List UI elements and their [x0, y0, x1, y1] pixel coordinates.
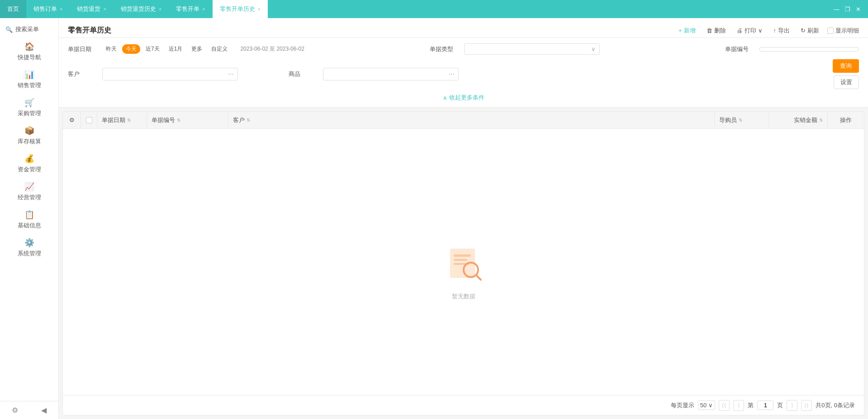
query-button[interactable]: 查询 — [833, 59, 859, 73]
th-customer-sort[interactable]: ⇅ — [247, 118, 250, 122]
tab-close-sales-return-history[interactable]: × — [159, 6, 161, 12]
goods-label: 商品 — [289, 70, 316, 78]
refresh-label: 刷新 — [807, 27, 819, 35]
sidebar-item-basic-info[interactable]: 📋 基础信息 — [0, 205, 58, 233]
th-amount-sort[interactable]: ⇅ — [819, 118, 823, 122]
collapse-label: 收起更多条件 — [449, 94, 484, 102]
finance-icon: 💰 — [24, 154, 34, 164]
sidebar-item-purchase-mgmt[interactable]: 🛒 采购管理 — [0, 93, 58, 121]
tab-close-sales-order[interactable]: × — [60, 6, 62, 12]
inventory-icon: 📦 — [24, 126, 34, 136]
delete-label: 删除 — [714, 27, 726, 35]
collapse-more-btn[interactable]: ∧ 收起更多条件 — [68, 94, 859, 102]
tab-close-retail-open[interactable]: × — [202, 6, 205, 12]
sidebar-item-system-mgmt[interactable]: ⚙️ 系统管理 — [0, 233, 58, 261]
minimize-btn[interactable]: — — [834, 6, 840, 13]
doc-type-select[interactable]: ∨ — [464, 43, 600, 55]
doc-no-input[interactable] — [759, 47, 859, 52]
date-today[interactable]: 今天 — [122, 44, 140, 54]
customer-dots: ··· — [228, 70, 234, 78]
print-label: 打印 — [745, 27, 756, 35]
tab-retail-open-history[interactable]: 零售开单历史× — [213, 0, 268, 18]
sidebar-item-finance[interactable]: 💰 资金管理 — [0, 149, 58, 177]
tab-close-sales-return[interactable]: × — [103, 6, 106, 12]
tab-sales-order[interactable]: 销售订单× — [26, 0, 70, 18]
setting-button[interactable]: 设置 — [834, 75, 859, 89]
filter-area: 单据日期 昨天 今天 近7天 近1月 更多 自定义 2023-06-02 至 2… — [59, 38, 868, 108]
th-gear[interactable]: ⚙ — [63, 112, 81, 128]
export-button[interactable]: ↑ 导出 — [771, 25, 793, 37]
th-action: 操作 — [828, 112, 864, 128]
svg-point-5 — [466, 265, 475, 274]
last-page-btn[interactable]: ⟩⟩ — [801, 400, 812, 411]
content-area: 零售开单历史 + 新增 🗑 删除 🖨 打印 ∨ ↑ 导出 — [59, 18, 868, 419]
customer-input[interactable]: ··· — [102, 68, 238, 80]
sidebar-item-quick-nav[interactable]: 🏠 快捷导航 — [0, 37, 58, 65]
th-amount: 实销金额 ⇅ — [769, 112, 828, 128]
collapse-icon: ∧ — [443, 94, 447, 101]
tab-sales-return[interactable]: 销货退货× — [70, 0, 113, 18]
restore-btn[interactable]: ❐ — [845, 6, 850, 13]
page-header: 零售开单历史 + 新增 🗑 删除 🖨 打印 ∨ ↑ 导出 — [59, 18, 868, 38]
date-yesterday[interactable]: 昨天 — [102, 44, 120, 54]
close-btn[interactable]: ✕ — [856, 6, 861, 13]
th-guide: 导购员 ⇅ — [715, 112, 769, 128]
sidebar-item-inventory[interactable]: 📦 库存核算 — [0, 121, 58, 149]
per-page-select[interactable]: 50 ∨ — [698, 400, 715, 410]
print-icon: 🖨 — [737, 27, 743, 34]
system-mgmt-icon: ⚙️ — [24, 238, 34, 248]
select-all-checkbox[interactable] — [86, 117, 92, 123]
th-no-sort[interactable]: ⇅ — [177, 118, 180, 122]
delete-icon: 🗑 — [707, 27, 712, 34]
tab-retail-open[interactable]: 零售开单× — [169, 0, 212, 18]
svg-line-6 — [476, 275, 481, 280]
th-customer: 客户 ⇅ — [228, 112, 715, 128]
th-check[interactable] — [81, 112, 97, 128]
sidebar-item-sales-mgmt[interactable]: 📊 销售管理 — [0, 65, 58, 93]
date-more[interactable]: 更多 — [188, 44, 206, 54]
filter-row-2: 客户 ··· 商品 ··· 查询 设置 — [68, 59, 859, 89]
top-bar: 首页销售订单×销货退货×销货退货历史×零售开单×零售开单历史× — ❐ ✕ — [0, 0, 868, 18]
date-custom[interactable]: 自定义 — [208, 44, 231, 54]
settings-icon[interactable]: ⚙ — [12, 406, 18, 414]
doc-type-arrow-icon: ∨ — [591, 46, 596, 52]
main-layout: 🔍 搜索采单 🏠 快捷导航 📊 销售管理 🛒 采购管理 📦 库存核算 💰 资金管… — [0, 18, 868, 419]
th-date-sort[interactable]: ⇅ — [127, 118, 131, 122]
add-button[interactable]: + 新增 — [676, 25, 698, 37]
table-wrapper: ⚙ 单据日期 ⇅ 单据编号 ⇅ 客户 ⇅ 导购员 ⇅ — [62, 111, 864, 415]
svg-rect-1 — [454, 254, 471, 257]
total-label: 共0页, 0条记录 — [816, 401, 855, 410]
filter-row-1: 单据日期 昨天 今天 近7天 近1月 更多 自定义 2023-06-02 至 2… — [68, 43, 859, 55]
current-page-input[interactable] — [757, 400, 773, 410]
th-no-label: 单据编号 — [152, 116, 175, 124]
purchase-mgmt-icon: 🛒 — [24, 98, 34, 108]
display-detail-checkbox[interactable]: 显示明细 — [827, 27, 859, 35]
doc-type-label: 单据类型 — [430, 45, 457, 53]
refresh-button[interactable]: ↻ 刷新 — [798, 25, 822, 37]
next-page-btn[interactable]: ⟩ — [787, 400, 797, 411]
tab-sales-return-history[interactable]: 销货退货历史× — [114, 0, 169, 18]
first-page-btn[interactable]: ⟨⟨ — [719, 400, 730, 411]
sidebar: 🔍 搜索采单 🏠 快捷导航 📊 销售管理 🛒 采购管理 📦 库存核算 💰 资金管… — [0, 18, 59, 419]
add-label: 新增 — [684, 27, 696, 35]
tab-home[interactable]: 首页 — [0, 0, 26, 18]
print-button[interactable]: 🖨 打印 ∨ — [734, 25, 765, 37]
sidebar-item-operations[interactable]: 📈 经营管理 — [0, 177, 58, 205]
collapse-sidebar-icon[interactable]: ◀ — [41, 406, 47, 414]
prev-page-btn[interactable]: ⟨ — [733, 400, 744, 411]
date-1month[interactable]: 近1月 — [165, 44, 186, 54]
goods-input[interactable]: ··· — [323, 68, 459, 80]
date-shortcuts: 昨天 今天 近7天 近1月 更多 自定义 — [102, 44, 231, 54]
page-title: 零售开单历史 — [68, 26, 111, 35]
page-end-label: 页 — [777, 401, 783, 410]
th-amount-label: 实销金额 — [794, 116, 817, 124]
tab-close-retail-open-history[interactable]: × — [258, 6, 261, 12]
sidebar-search[interactable]: 🔍 搜索采单 — [0, 22, 58, 37]
display-detail-cb[interactable] — [827, 28, 834, 34]
delete-button[interactable]: 🗑 删除 — [704, 25, 729, 37]
toolbar: + 新增 🗑 删除 🖨 打印 ∨ ↑ 导出 ↻ 刷新 — [676, 25, 859, 37]
table-header: ⚙ 单据日期 ⇅ 单据编号 ⇅ 客户 ⇅ 导购员 ⇅ — [63, 112, 864, 129]
date-7days[interactable]: 近7天 — [142, 44, 163, 54]
refresh-icon: ↻ — [801, 27, 806, 34]
th-guide-sort[interactable]: ⇅ — [739, 118, 742, 122]
